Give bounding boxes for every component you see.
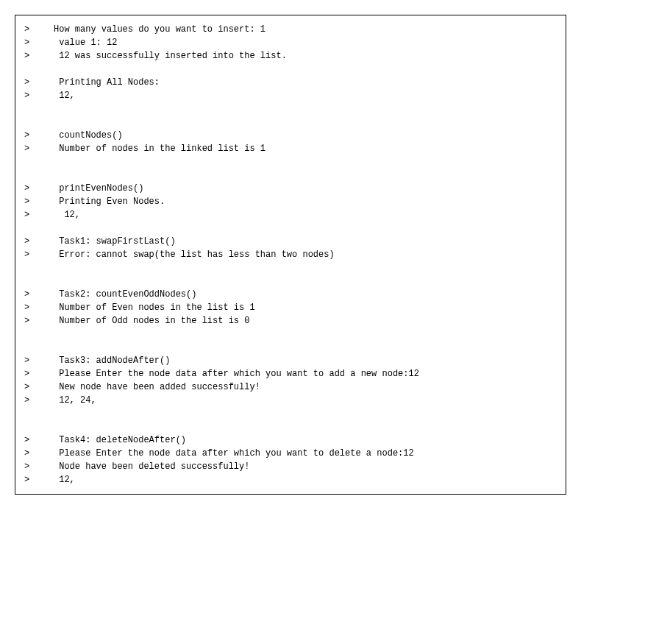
prompt-symbol: >: [24, 314, 54, 328]
terminal-line: > Task3: addNodeAfter(): [24, 354, 557, 367]
terminal-output-box: >How many values do you want to insert: …: [15, 15, 566, 495]
blank-line: [24, 63, 557, 76]
prompt-symbol: >: [24, 23, 54, 36]
line-content: New node have been added successfully!: [54, 381, 557, 394]
prompt-symbol: >: [24, 129, 54, 142]
prompt-symbol: >: [24, 235, 54, 248]
prompt-symbol: >: [24, 301, 54, 314]
blank-line: [24, 169, 557, 182]
line-content: Printing All Nodes:: [54, 76, 557, 89]
prompt-symbol: >: [24, 381, 54, 394]
terminal-line: > Node have been deleted successfully!: [24, 460, 557, 473]
terminal-line: > value 1: 12: [24, 36, 557, 49]
prompt-symbol: >: [24, 208, 54, 222]
line-content: 12 was successfully inserted into the li…: [54, 49, 557, 63]
blank-line: [24, 222, 557, 235]
line-content: 12, 24,: [54, 394, 557, 407]
blank-line: [24, 275, 557, 288]
prompt-symbol: >: [24, 473, 54, 486]
terminal-line: > Task4: deleteNodeAfter(): [24, 434, 557, 447]
line-content: How many values do you want to insert: 1: [54, 23, 557, 36]
prompt-symbol: >: [24, 367, 54, 381]
line-content: Task1: swapFirstLast(): [54, 235, 557, 248]
prompt-symbol: >: [24, 182, 54, 195]
blank-line: [24, 261, 557, 275]
terminal-line: > Printing Even Nodes.: [24, 195, 557, 208]
line-content: Please Enter the node data after which y…: [54, 447, 557, 460]
blank-line: [24, 420, 557, 434]
prompt-symbol: >: [24, 248, 54, 261]
terminal-line: > Number of Even nodes in the list is 1: [24, 301, 557, 314]
prompt-symbol: >: [24, 76, 54, 89]
prompt-symbol: >: [24, 142, 54, 155]
line-content: Task3: addNodeAfter(): [54, 354, 557, 367]
terminal-line: > 12 was successfully inserted into the …: [24, 49, 557, 63]
terminal-line: > Printing All Nodes:: [24, 76, 557, 89]
prompt-symbol: >: [24, 288, 54, 301]
blank-line: [24, 407, 557, 420]
line-content: Number of nodes in the linked list is 1: [54, 142, 557, 155]
line-content: printEvenNodes(): [54, 182, 557, 195]
line-content: Task4: deleteNodeAfter(): [54, 434, 557, 447]
blank-line: [24, 328, 557, 341]
line-content: Node have been deleted successfully!: [54, 460, 557, 473]
line-content: 12,: [54, 208, 557, 222]
terminal-line: > New node have been added successfully!: [24, 381, 557, 394]
terminal-line: > Task2: countEvenOddNodes(): [24, 288, 557, 301]
blank-line: [24, 155, 557, 169]
line-content: Please Enter the node data after which y…: [54, 367, 557, 381]
terminal-line: > 12, 24,: [24, 394, 557, 407]
line-content: 12,: [54, 473, 557, 486]
terminal-line: > Task1: swapFirstLast(): [24, 235, 557, 248]
prompt-symbol: >: [24, 447, 54, 460]
line-content: countNodes(): [54, 129, 557, 142]
prompt-symbol: >: [24, 36, 54, 49]
terminal-line: > countNodes(): [24, 129, 557, 142]
blank-line: [24, 116, 557, 129]
blank-line: [24, 341, 557, 354]
terminal-line: > Error: cannot swap(the list has less t…: [24, 248, 557, 261]
terminal-line: >How many values do you want to insert: …: [24, 23, 557, 36]
prompt-symbol: >: [24, 195, 54, 208]
prompt-symbol: >: [24, 89, 54, 102]
line-content: Number of Even nodes in the list is 1: [54, 301, 557, 314]
terminal-line: > Number of nodes in the linked list is …: [24, 142, 557, 155]
blank-line: [24, 102, 557, 116]
line-content: Error: cannot swap(the list has less tha…: [54, 248, 557, 261]
terminal-line: > 12,: [24, 89, 557, 102]
prompt-symbol: >: [24, 460, 54, 473]
prompt-symbol: >: [24, 49, 54, 63]
line-content: 12,: [54, 89, 557, 102]
terminal-line: > 12,: [24, 208, 557, 222]
terminal-line: > Number of Odd nodes in the list is 0: [24, 314, 557, 328]
line-content: Printing Even Nodes.: [54, 195, 557, 208]
prompt-symbol: >: [24, 394, 54, 407]
terminal-line: > Please Enter the node data after which…: [24, 367, 557, 381]
line-content: Task2: countEvenOddNodes(): [54, 288, 557, 301]
prompt-symbol: >: [24, 434, 54, 447]
terminal-line: > printEvenNodes(): [24, 182, 557, 195]
terminal-line: > 12,: [24, 473, 557, 486]
line-content: value 1: 12: [54, 36, 557, 49]
terminal-line: > Please Enter the node data after which…: [24, 447, 557, 460]
prompt-symbol: >: [24, 354, 54, 367]
line-content: Number of Odd nodes in the list is 0: [54, 314, 557, 328]
